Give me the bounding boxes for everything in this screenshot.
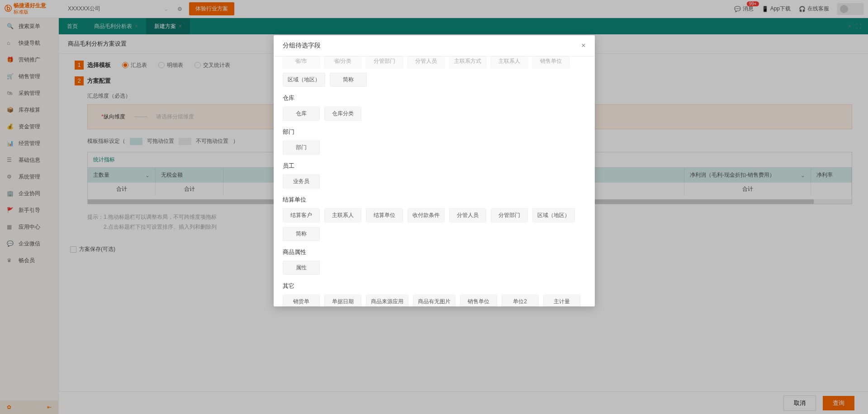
modal-header: 分组待选字段 × xyxy=(274,35,595,56)
field-chip[interactable]: 结算客户 xyxy=(283,208,320,222)
field-chip[interactable]: 分管部门 xyxy=(366,56,403,68)
field-selector-modal: 分组待选字段 × 省/市 省/分类 分管部门 分管人员 主联系方式 主联系人 销… xyxy=(274,35,595,306)
field-chip[interactable]: 单位2 xyxy=(502,295,539,306)
field-chip[interactable]: 销售单位 xyxy=(460,295,497,306)
field-chip[interactable]: 属性 xyxy=(283,261,320,275)
field-chip[interactable]: 省/市 xyxy=(283,56,320,68)
field-chip[interactable]: 主联系人 xyxy=(491,56,528,68)
field-chip[interactable]: 省/分类 xyxy=(324,56,361,68)
group-title: 其它 xyxy=(283,282,586,290)
close-icon[interactable]: × xyxy=(581,42,585,50)
field-chip[interactable]: 主计量 xyxy=(543,295,580,306)
group-title: 部门 xyxy=(283,128,586,136)
field-chip[interactable]: 仓库 xyxy=(283,107,320,121)
group-dept: 部门 部门 xyxy=(283,128,586,155)
partial-row-extra: 区域（地区） 简称 xyxy=(283,73,586,87)
field-chip[interactable]: 简称 xyxy=(283,227,320,241)
field-chip[interactable]: 主联系方式 xyxy=(449,56,486,68)
field-chip[interactable]: 销售单位 xyxy=(532,56,569,68)
field-chip[interactable]: 区域（地区） xyxy=(532,208,575,222)
field-chip[interactable]: 主联系人 xyxy=(324,208,361,222)
field-chip[interactable]: 仓库分类 xyxy=(324,107,361,121)
group-warehouse: 仓库 仓库 仓库分类 xyxy=(283,94,586,121)
partial-row-top: 省/市 省/分类 分管部门 分管人员 主联系方式 主联系人 销售单位 xyxy=(283,56,586,68)
field-chip[interactable]: 商品有无图片 xyxy=(413,295,455,306)
group-settle: 结算单位 结算客户 主联系人 结算单位 收付款条件 分管人员 分管部门 区域（地… xyxy=(283,196,586,241)
field-chip[interactable]: 商品来源应用 xyxy=(366,295,408,306)
field-chip[interactable]: 分管人员 xyxy=(408,56,445,68)
field-chip[interactable]: 分管部门 xyxy=(491,208,528,222)
field-chip[interactable]: 简称 xyxy=(330,73,367,87)
field-chip[interactable]: 业务员 xyxy=(283,174,320,188)
group-title: 员工 xyxy=(283,162,586,170)
group-attr: 商品属性 属性 xyxy=(283,248,586,275)
group-emp: 员工 业务员 xyxy=(283,162,586,188)
field-chip[interactable]: 销货单 xyxy=(283,295,320,306)
modal-body: 省/市 省/分类 分管部门 分管人员 主联系方式 主联系人 销售单位 区域（地区… xyxy=(274,56,595,306)
field-chip[interactable]: 单据日期 xyxy=(324,295,361,306)
field-chip[interactable]: 结算单位 xyxy=(366,208,403,222)
field-chip[interactable]: 分管人员 xyxy=(449,208,486,222)
group-title: 商品属性 xyxy=(283,248,586,256)
field-chip[interactable]: 收付款条件 xyxy=(408,208,445,222)
group-title: 仓库 xyxy=(283,94,586,102)
modal-title: 分组待选字段 xyxy=(283,42,321,50)
modal-overlay[interactable]: 分组待选字段 × 省/市 省/分类 分管部门 分管人员 主联系方式 主联系人 销… xyxy=(0,0,868,414)
field-chip[interactable]: 区域（地区） xyxy=(283,73,325,87)
field-chip[interactable]: 部门 xyxy=(283,141,320,155)
group-title: 结算单位 xyxy=(283,196,586,204)
group-other: 其它 销货单 单据日期 商品来源应用 商品有无图片 销售单位 单位2 主计量 制… xyxy=(283,282,586,306)
